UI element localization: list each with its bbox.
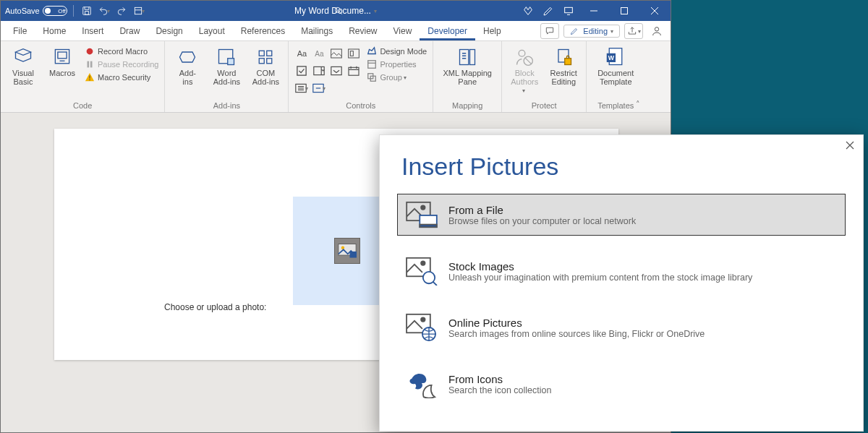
svg-rect-32 (460, 50, 469, 65)
tab-file[interactable]: File (5, 22, 35, 40)
tab-help[interactable]: Help (475, 22, 509, 40)
svg-rect-15 (228, 59, 234, 65)
account-icon[interactable] (647, 23, 666, 39)
picture-placeholder-icon (334, 238, 360, 264)
option-stock-images-title: Stock Images (448, 260, 752, 273)
group-title-controls: Controls (294, 100, 427, 112)
svg-rect-19 (267, 59, 272, 64)
add-ins-button[interactable]: Add- ins (171, 44, 204, 86)
svg-rect-10 (88, 61, 90, 68)
properties-button[interactable]: Properties (367, 59, 427, 69)
svg-point-52 (421, 317, 425, 321)
svg-rect-11 (90, 61, 93, 68)
tab-view[interactable]: View (386, 22, 420, 40)
svg-rect-23 (297, 67, 306, 75)
online-pictures-icon (405, 313, 438, 342)
option-from-file-desc: Browse files on your computer or local n… (448, 216, 636, 226)
restrict-editing-button[interactable]: Restrict Editing (547, 44, 580, 86)
svg-rect-16 (260, 51, 265, 56)
svg-rect-43 (349, 252, 357, 258)
block-authors-button[interactable]: Block Authors ▾ (508, 44, 541, 94)
search-icon[interactable] (333, 6, 344, 16)
com-add-ins-button[interactable]: COM Add-ins (249, 44, 282, 86)
option-stock-images[interactable]: Stock Images Unleash your imagination wi… (397, 250, 846, 292)
option-online-pictures-desc: Search images from online sources like B… (448, 329, 705, 339)
svg-rect-17 (267, 51, 272, 56)
from-icons-icon (405, 369, 438, 398)
svg-point-45 (421, 205, 425, 209)
svg-point-49 (421, 261, 425, 265)
macro-security-button[interactable]: Macro Security (85, 72, 158, 82)
ribbon-group-code: Visual Basic Macros Record Macro Pause R… (1, 41, 165, 112)
control-legacy-icon[interactable]: ▾ (312, 81, 326, 95)
svg-point-9 (87, 48, 93, 55)
control-combo-icon[interactable] (312, 64, 326, 78)
control-date-icon[interactable] (346, 64, 361, 78)
tab-references[interactable]: References (233, 22, 293, 40)
option-from-icons-title: From Icons (448, 373, 551, 385)
control-repeating-icon[interactable]: ▾ (294, 81, 309, 95)
tab-home[interactable]: Home (35, 22, 74, 40)
svg-rect-29 (368, 61, 376, 69)
option-from-icons[interactable]: From Icons Search the icon collection (397, 363, 846, 405)
document-template-button[interactable]: W Document Template (592, 44, 639, 86)
ribbon-group-addins: Add- ins Word Add-ins COM Add-ins Add-in… (165, 41, 289, 112)
svg-point-12 (89, 80, 90, 80)
xml-mapping-pane-button[interactable]: XML Mapping Pane (439, 44, 495, 86)
ribbon-group-templates: W Document Template Templates ˄ (587, 41, 644, 112)
svg-rect-2 (135, 7, 141, 14)
control-check-icon[interactable] (294, 64, 309, 78)
premium-icon[interactable] (519, 1, 537, 20)
pause-recording-button[interactable]: Pause Recording (85, 59, 158, 69)
editor-pen-icon[interactable] (539, 1, 558, 20)
control-buildingblock-icon[interactable] (346, 46, 361, 61)
autosave-state: Off (58, 8, 66, 14)
control-dropdown-icon[interactable] (329, 64, 344, 78)
tab-design[interactable]: Design (148, 22, 190, 40)
comments-button[interactable] (540, 23, 559, 39)
tab-developer[interactable]: Developer (420, 22, 475, 40)
undo-icon[interactable]: ▾ (97, 4, 111, 18)
svg-rect-26 (349, 67, 359, 75)
dialog-close-button[interactable] (846, 141, 854, 152)
save-icon[interactable] (80, 4, 94, 18)
svg-rect-37 (565, 59, 571, 65)
editing-mode-button[interactable]: Editing▾ (563, 25, 620, 38)
share-button[interactable]: ▾ (624, 23, 643, 39)
option-from-file-title: From a File (448, 204, 636, 216)
svg-rect-18 (260, 59, 265, 64)
maximize-button[interactable] (610, 1, 639, 21)
tab-review[interactable]: Review (341, 22, 385, 40)
option-from-icons-desc: Search the icon collection (448, 385, 551, 395)
option-online-pictures[interactable]: Online Pictures Search images from onlin… (397, 306, 846, 348)
svg-text:W: W (608, 54, 615, 61)
option-from-file[interactable]: From a File Browse files on your compute… (397, 194, 846, 236)
svg-rect-47 (420, 225, 437, 228)
control-picture-icon[interactable] (329, 46, 344, 61)
display-settings-icon[interactable] (559, 1, 578, 20)
minimize-button[interactable] (579, 1, 608, 21)
group-title-code: Code (7, 100, 158, 112)
design-mode-button[interactable]: Design Mode (367, 46, 427, 56)
autosave-toggle[interactable]: AutoSave Off (5, 6, 67, 16)
redo-icon[interactable] (114, 4, 129, 18)
option-stock-images-desc: Unleash your imagination with premium co… (448, 273, 752, 283)
title-bar: AutoSave Off ▾ ▾ My Word Docume...▾ (1, 1, 671, 21)
record-macro-button[interactable]: Record Macro (85, 46, 158, 56)
tab-layout[interactable]: Layout (191, 22, 233, 40)
tab-draw[interactable]: Draw (111, 22, 148, 40)
svg-point-42 (341, 246, 344, 249)
word-add-ins-button[interactable]: Word Add-ins (210, 44, 243, 86)
svg-rect-0 (82, 7, 90, 15)
qat-customize-icon[interactable]: ▾ (132, 4, 146, 18)
tab-insert[interactable]: Insert (74, 22, 111, 40)
tab-mailings[interactable]: Mailings (293, 22, 341, 40)
macros-button[interactable]: Macros (46, 44, 79, 77)
control-plaintext-icon[interactable]: Aa (312, 46, 326, 61)
close-button[interactable] (640, 1, 669, 21)
group-title-templates: Templates (592, 100, 639, 112)
visual-basic-button[interactable]: Visual Basic (7, 44, 40, 86)
collapse-ribbon-icon[interactable]: ˄ (636, 100, 640, 109)
control-richtext-icon[interactable]: Aa (294, 46, 309, 61)
group-button[interactable]: Group▾ (367, 72, 427, 82)
